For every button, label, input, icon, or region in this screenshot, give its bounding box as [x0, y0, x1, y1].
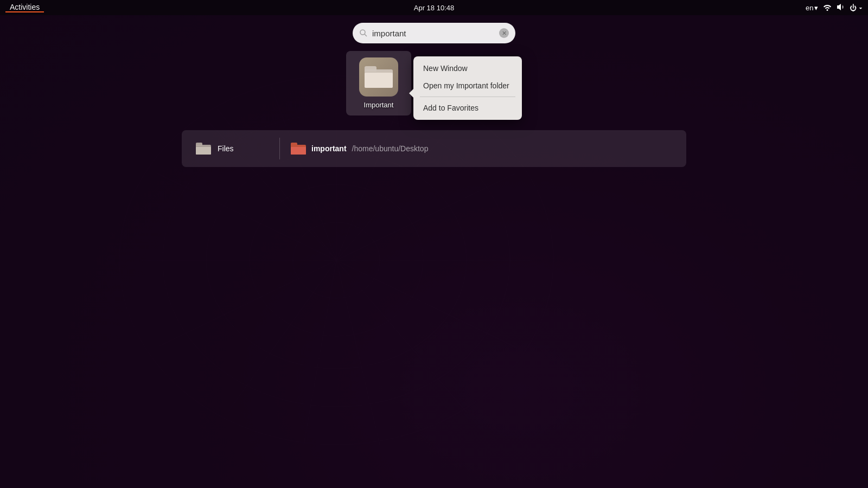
svg-point-21: [360, 30, 365, 35]
volume-icon[interactable]: [837, 3, 845, 12]
app-icon-important[interactable]: Important: [346, 51, 411, 115]
language-selector[interactable]: en ▾: [806, 4, 818, 12]
svg-line-22: [365, 34, 367, 36]
context-menu: New Window Open my Important folder Add …: [413, 56, 522, 120]
folder-tab: [365, 66, 376, 72]
search-bar-container: ✕: [353, 23, 515, 43]
search-bar[interactable]: ✕: [353, 23, 515, 43]
datetime-display: Apr 18 10:48: [414, 4, 454, 12]
file-result-name: important: [311, 144, 347, 153]
context-menu-separator: [420, 97, 515, 97]
fc-tab: [291, 143, 297, 146]
topbar: Activities Apr 18 10:48 en ▾ ⏻ ▾: [0, 0, 868, 15]
fs-front: [196, 147, 211, 155]
files-section-label: Files: [182, 130, 279, 167]
search-icon: [359, 29, 368, 37]
file-result-path: /home/ubuntu/Desktop: [352, 144, 429, 153]
context-menu-add-favorites[interactable]: Add to Favorites: [413, 99, 522, 117]
folder-shape: [365, 66, 393, 88]
context-menu-arrow: [409, 89, 413, 98]
activities-button[interactable]: Activities: [5, 3, 44, 12]
wifi-icon: [822, 3, 832, 12]
files-section-icon: [195, 140, 212, 157]
folder-icon: [359, 57, 398, 97]
topbar-right-area: en ▾ ⏻ ▾: [806, 3, 863, 12]
file-folder-colored-icon: [291, 143, 306, 155]
folder-front: [365, 73, 393, 88]
app-results-area: Important New Window Open my Important f…: [346, 51, 522, 120]
search-clear-button[interactable]: ✕: [499, 28, 509, 38]
file-result-item[interactable]: important /home/ubuntu/Desktop: [280, 135, 686, 162]
files-folder-icon: [196, 143, 211, 155]
context-menu-open-folder[interactable]: Open my Important folder: [413, 77, 522, 94]
files-label: Files: [218, 144, 234, 153]
app-label: Important: [364, 101, 394, 109]
system-menu-icon[interactable]: ⏻ ▾: [850, 4, 863, 12]
files-results-row: Files important /home/ubuntu/Desktop: [182, 130, 686, 167]
search-input[interactable]: [372, 29, 495, 38]
context-menu-new-window[interactable]: New Window: [413, 60, 522, 77]
fc-front: [291, 147, 306, 155]
fs-tab: [196, 143, 202, 146]
